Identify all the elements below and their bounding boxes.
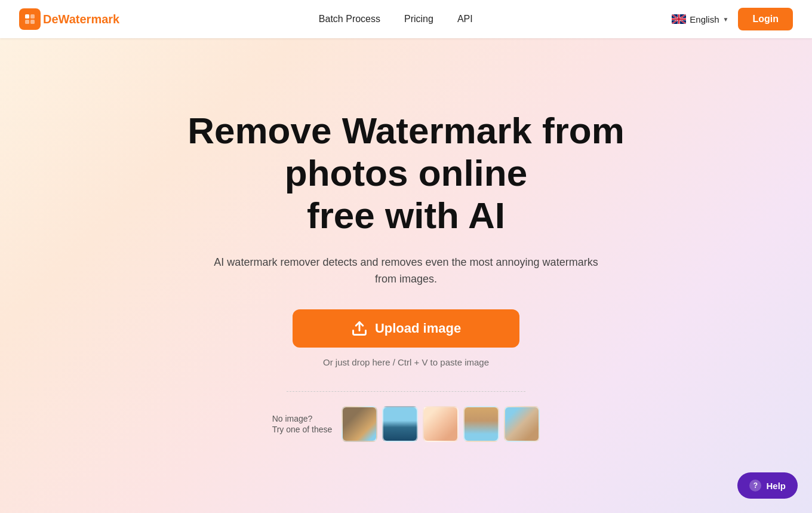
sample-thumb-1[interactable]	[342, 406, 377, 442]
flag-icon	[672, 14, 686, 24]
sample-thumb-4[interactable]	[463, 406, 499, 442]
login-button[interactable]: Login	[738, 8, 793, 30]
sample-thumb-2[interactable]	[382, 406, 418, 442]
header-right: English ▼ Login	[672, 8, 793, 30]
logo-icon	[19, 8, 41, 30]
hero-section: Remove Watermark from photos online free…	[0, 0, 812, 513]
svg-rect-1	[30, 14, 35, 19]
svg-rect-0	[25, 14, 29, 19]
try-label: Try one of these	[272, 425, 333, 434]
svg-rect-3	[30, 20, 35, 24]
nav-api[interactable]: API	[457, 14, 473, 24]
no-image-label: No image?	[272, 414, 313, 423]
chevron-down-icon: ▼	[723, 16, 729, 23]
sample-thumb-3[interactable]	[423, 406, 459, 442]
logo-de: De	[43, 13, 59, 26]
upload-icon	[351, 320, 368, 337]
language-label: English	[690, 14, 719, 24]
logo[interactable]: DeWatermark	[19, 8, 119, 30]
help-button[interactable]: ? Help	[737, 472, 798, 499]
drop-hint: Or just drop here / Ctrl + V to paste im…	[323, 357, 489, 367]
sample-section: No image? Try one of these	[272, 406, 540, 442]
help-icon: ?	[749, 480, 761, 492]
divider	[287, 391, 525, 392]
hero-subtitle: AI watermark remover detects and removes…	[203, 254, 609, 288]
svg-rect-2	[25, 20, 29, 24]
language-selector[interactable]: English ▼	[672, 14, 728, 24]
hero-title: Remove Watermark from photos online free…	[137, 109, 675, 237]
header: DeWatermark Batch Process Pricing API En…	[0, 0, 812, 38]
logo-watermark: Watermark	[59, 13, 120, 26]
nav-batch-process[interactable]: Batch Process	[319, 14, 380, 24]
sample-images	[342, 406, 540, 442]
sample-thumb-5[interactable]	[504, 406, 540, 442]
upload-image-button[interactable]: Upload image	[293, 309, 519, 348]
sample-label: No image? Try one of these	[272, 414, 333, 434]
nav-pricing[interactable]: Pricing	[404, 14, 433, 24]
main-nav: Batch Process Pricing API	[319, 14, 473, 24]
